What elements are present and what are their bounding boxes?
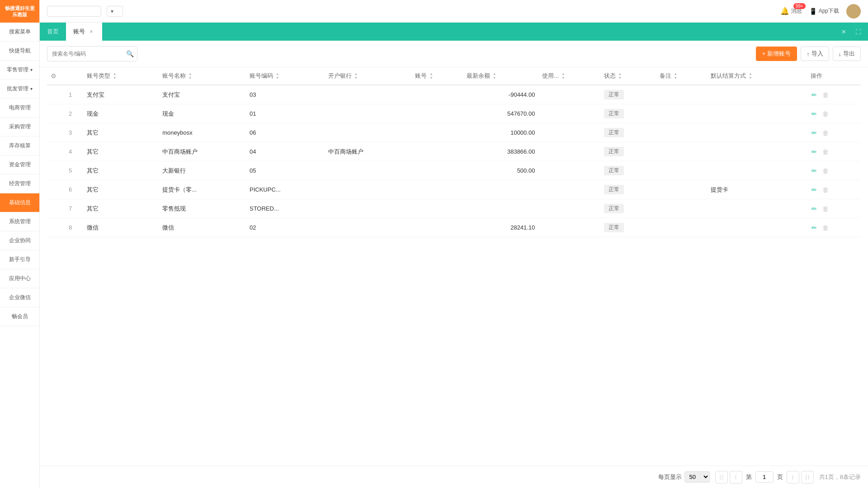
cell-bank	[325, 104, 412, 123]
add-account-button[interactable]: + 新增账号	[756, 47, 797, 61]
cell-account	[411, 123, 463, 142]
col-status[interactable]: 状态 ▲▼	[600, 67, 656, 85]
export-button[interactable]: ↓ 导出	[833, 47, 861, 61]
sidebar-item-ecommerce-manage[interactable]: 电商管理	[0, 99, 39, 117]
sidebar-item-newbie-guide[interactable]: 新手引导	[0, 250, 39, 269]
top-search-input[interactable]	[47, 6, 101, 17]
edit-button[interactable]: ✏	[811, 147, 818, 156]
edit-button[interactable]: ✏	[811, 223, 818, 232]
cell-action: ✏ 🗑	[807, 180, 861, 199]
sidebar-item-funds-manage[interactable]: 资金管理	[0, 155, 39, 174]
sidebar-item-inventory[interactable]: 库存核算	[0, 136, 39, 155]
cell-action: ✏ 🗑	[807, 104, 861, 123]
search-input[interactable]	[47, 48, 123, 60]
sidebar-item-purchase-manage[interactable]: 采购管理	[0, 117, 39, 136]
col-code[interactable]: 账号编码 ▲▼	[246, 67, 325, 85]
page-number-input[interactable]	[755, 471, 774, 483]
sort-icon-default-payment: ▲▼	[749, 72, 752, 80]
sidebar-item-member[interactable]: 畅会员	[0, 307, 39, 326]
edit-button[interactable]: ✏	[811, 166, 818, 175]
cell-account	[411, 180, 463, 199]
delete-button[interactable]: 🗑	[821, 147, 830, 156]
sort-icon-bank: ▲▼	[354, 72, 358, 80]
cell-bank	[325, 199, 412, 218]
delete-button[interactable]: 🗑	[821, 166, 830, 175]
cell-usage	[538, 85, 600, 104]
delete-button[interactable]: 🗑	[821, 109, 830, 118]
col-usage[interactable]: 使用... ▲▼	[538, 67, 600, 85]
app-logo: 畅捷通好生意乐惠版	[0, 0, 39, 23]
status-badge: 正常	[604, 185, 624, 194]
page-first-button[interactable]: ⟨⟨	[715, 471, 728, 483]
cell-account	[411, 142, 463, 161]
maximize-action[interactable]: ⛶	[852, 25, 864, 38]
sidebar-item-search-menu[interactable]: 搜索菜单	[0, 23, 39, 42]
delete-button[interactable]: 🗑	[821, 128, 830, 137]
edit-button[interactable]: ✏	[811, 128, 818, 137]
sidebar-item-retail-manage[interactable]: 零售管理 ▾	[0, 61, 39, 80]
edit-button[interactable]: ✏	[811, 204, 818, 213]
column-settings-icon[interactable]: ⚙	[51, 72, 57, 80]
edit-button[interactable]: ✏	[811, 109, 818, 118]
cell-name: moneybosx	[159, 123, 246, 142]
per-page-select[interactable]: 50 20 100	[684, 471, 710, 483]
sort-icon-code: ▲▼	[276, 72, 279, 80]
close-tab-action[interactable]: ✕	[837, 25, 850, 38]
col-account[interactable]: 账号 ▲▼	[411, 67, 463, 85]
col-name[interactable]: 账号名称 ▲▼	[159, 67, 246, 85]
cell-remark	[656, 218, 708, 237]
cell-action: ✏ 🗑	[807, 199, 861, 218]
sidebar-item-app-center[interactable]: 应用中心	[0, 269, 39, 288]
edit-button[interactable]: ✏	[811, 90, 818, 99]
sidebar-item-wholesale-manage[interactable]: 批发管理 ▾	[0, 80, 39, 99]
table-row: 6 其它 提货卡（零... PICKUPC... 正常 提货卡 ✏ 🗑	[47, 180, 861, 199]
sidebar-item-basic-info[interactable]: 基础信息	[0, 193, 39, 212]
cell-remark	[656, 142, 708, 161]
tab-home[interactable]: 首页	[40, 23, 66, 41]
per-page-label: 每页显示	[658, 473, 682, 481]
cell-account	[411, 104, 463, 123]
cell-num: 1	[65, 85, 83, 104]
sidebar-item-quick-nav[interactable]: 快捷导航	[0, 42, 39, 61]
search-button[interactable]: 🔍	[123, 47, 137, 61]
page-prev-button[interactable]: ⟨	[730, 471, 742, 483]
cell-balance: 383866.00	[463, 142, 538, 161]
delete-button[interactable]: 🗑	[821, 204, 830, 213]
cell-type: 其它	[83, 142, 159, 161]
cell-code: 03	[246, 85, 325, 104]
toolbar-right: + 新增账号 ↑ 导入 ↓ 导出	[756, 47, 861, 61]
tab-close-button[interactable]: ×	[88, 28, 95, 35]
import-icon: ↑	[807, 51, 810, 57]
col-remark[interactable]: 备注 ▲▼	[656, 67, 708, 85]
edit-button[interactable]: ✏	[811, 185, 818, 194]
sidebar-item-ops-manage[interactable]: 经营管理	[0, 174, 39, 193]
cell-status: 正常	[600, 85, 656, 104]
col-type[interactable]: 账号类型 ▲▼	[83, 67, 159, 85]
sidebar-item-system-manage[interactable]: 系统管理	[0, 212, 39, 231]
tab-bar: 首页 账号 × ✕ ⛶	[40, 23, 868, 41]
col-settings[interactable]: ⚙	[47, 67, 65, 85]
app-download-button[interactable]: 📱 App下载	[809, 7, 839, 15]
tab-account[interactable]: 账号 ×	[66, 23, 102, 41]
delete-button[interactable]: 🗑	[821, 185, 830, 194]
status-badge: 正常	[604, 128, 624, 137]
delete-button[interactable]: 🗑	[821, 223, 830, 232]
page-suffix: 页	[777, 473, 783, 481]
top-bar-dropdown[interactable]: ▾	[107, 6, 123, 17]
delete-button[interactable]: 🗑	[821, 90, 830, 99]
sidebar-item-enterprise-wechat[interactable]: 企业微信	[0, 288, 39, 307]
page-next-button[interactable]: ⟩	[787, 471, 799, 483]
notification-button[interactable]: 🔔 消息 99+	[780, 7, 802, 15]
col-balance[interactable]: 最新余额 ▲▼	[463, 67, 538, 85]
avatar[interactable]	[846, 4, 861, 19]
cell-account	[411, 161, 463, 180]
cell-usage	[538, 199, 600, 218]
page-last-button[interactable]: ⟩⟩	[801, 471, 814, 483]
cell-remark	[656, 199, 708, 218]
col-bank[interactable]: 开户银行 ▲▼	[325, 67, 412, 85]
cell-default-payment: 提货卡	[707, 180, 807, 199]
col-default-payment[interactable]: 默认结算方式 ▲▼	[707, 67, 807, 85]
sidebar-item-enterprise-agreement[interactable]: 企业协同	[0, 231, 39, 250]
search-box: 🔍	[47, 46, 137, 61]
import-button[interactable]: ↑ 导入	[801, 47, 829, 61]
